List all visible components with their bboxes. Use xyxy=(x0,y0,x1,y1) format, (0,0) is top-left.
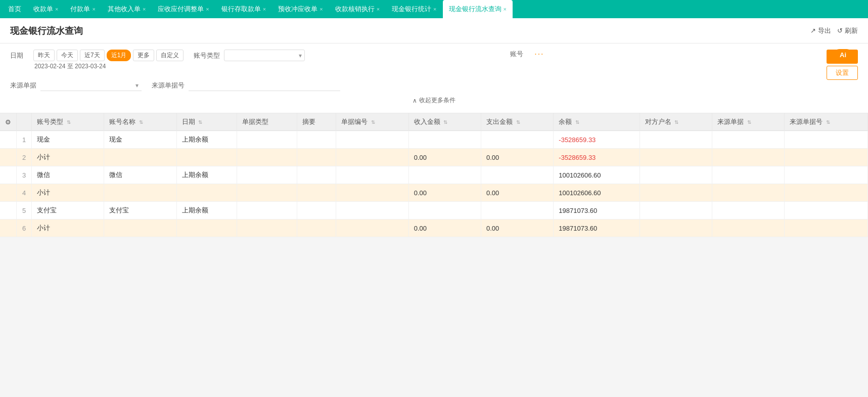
cell-account-name xyxy=(104,184,176,202)
close-tab-bank-withdraw[interactable]: × xyxy=(263,6,266,12)
cell-counterparty xyxy=(639,219,712,237)
table-body: 1现金现金上期余额-3528659.332小计0.000.00-3528659.… xyxy=(0,131,868,237)
date-btn-custom[interactable]: 自定义 xyxy=(156,50,184,61)
table-container: ⚙ 账号类型 ⇅ 账号名称 ⇅ 日期 ⇅ 单据类型 摘要 xyxy=(0,113,868,237)
cell-gear xyxy=(0,184,17,202)
cell-account-type: 小计 xyxy=(32,184,104,202)
source-doc-num-input[interactable] xyxy=(189,80,340,91)
col-source-doc[interactable]: 来源单据 ⇅ xyxy=(712,113,785,131)
account-type-label: 账号类型 xyxy=(194,51,220,60)
date-btn-1month[interactable]: 近1月 xyxy=(107,50,131,61)
col-source-doc-num[interactable]: 来源单据号 ⇅ xyxy=(785,113,868,131)
close-tab-advance-offset[interactable]: × xyxy=(319,6,323,12)
cell-income xyxy=(408,202,481,219)
cell-income: 0.00 xyxy=(408,219,481,237)
nav-home[interactable]: 首页 xyxy=(2,0,27,18)
close-tab-writeoff[interactable]: × xyxy=(377,6,380,12)
nav-tab-writeoff[interactable]: 收款核销执行 × xyxy=(329,0,386,18)
cell-doc-number xyxy=(336,184,408,202)
source-doc-num-label: 来源单据号 xyxy=(152,81,185,90)
date-btn-7days[interactable]: 近7天 xyxy=(80,50,105,61)
cell-counterparty xyxy=(639,149,712,166)
account-dots[interactable]: ··· xyxy=(534,50,544,59)
col-counterparty[interactable]: 对方户名 ⇅ xyxy=(639,113,712,131)
cell-doc-type xyxy=(237,184,297,202)
cell-idx: 6 xyxy=(17,219,32,237)
close-tab-cash-flow[interactable]: × xyxy=(504,6,507,12)
cell-income: 0.00 xyxy=(408,184,481,202)
refresh-button[interactable]: ↺ 刷新 xyxy=(837,26,858,35)
nav-tab-advance-offset[interactable]: 预收冲应收单 × xyxy=(272,0,329,18)
cell-balance: 19871073.60 xyxy=(554,202,639,219)
sort-icon-doc-number: ⇅ xyxy=(371,119,375,125)
close-tab-receipts[interactable]: × xyxy=(55,6,58,12)
table-header-row: ⚙ 账号类型 ⇅ 账号名称 ⇅ 日期 ⇅ 单据类型 摘要 xyxy=(0,113,868,131)
account-type-block: 账号类型 xyxy=(194,50,500,61)
nav-tab-payments[interactable]: 付款单 × xyxy=(64,0,101,18)
col-account-name[interactable]: 账号名称 ⇅ xyxy=(104,113,176,131)
cell-expense xyxy=(481,166,554,184)
col-expense[interactable]: 支出金额 ⇅ xyxy=(481,113,554,131)
cell-date xyxy=(176,184,237,202)
cell-account-type: 支付宝 xyxy=(32,202,104,219)
cell-balance: -3528659.33 xyxy=(554,131,639,149)
header-actions: ↗ 导出 ↺ 刷新 xyxy=(810,26,858,35)
nav-tab-cash-stats[interactable]: 现金银行统计 × xyxy=(386,0,442,18)
cell-counterparty xyxy=(639,202,712,219)
cell-date: 上期余额 xyxy=(176,166,237,184)
nav-tab-other-income[interactable]: 其他收入单 × xyxy=(102,0,152,18)
col-doc-number[interactable]: 单据编号 ⇅ xyxy=(336,113,408,131)
sort-icon-counterparty: ⇅ xyxy=(674,119,678,125)
cell-expense: 0.00 xyxy=(481,219,554,237)
close-tab-adjustment[interactable]: × xyxy=(206,6,209,12)
cell-date: 上期余额 xyxy=(176,202,237,219)
account-type-select[interactable] xyxy=(224,50,305,61)
cell-balance: -3528659.33 xyxy=(554,149,639,166)
account-label: 账号 xyxy=(510,50,530,59)
chevron-up-icon: ∧ xyxy=(413,97,417,104)
cell-balance: 100102606.60 xyxy=(554,184,639,202)
cell-account-name: 微信 xyxy=(104,166,176,184)
cell-summary xyxy=(297,202,336,219)
settings-button[interactable]: 设置 xyxy=(827,66,858,80)
cell-source-doc-num xyxy=(785,166,868,184)
cell-balance: 19871073.60 xyxy=(554,219,639,237)
ai-badge[interactable]: Ai xyxy=(834,49,852,61)
cell-gear xyxy=(0,219,17,237)
cell-expense: 0.00 xyxy=(481,184,554,202)
cell-account-name: 支付宝 xyxy=(104,202,176,219)
source-doc-block: 来源单据 xyxy=(10,80,142,91)
date-btn-more[interactable]: 更多 xyxy=(133,50,154,61)
date-btn-today[interactable]: 今天 xyxy=(57,50,78,61)
cell-idx: 1 xyxy=(17,131,32,149)
cell-account-type: 小计 xyxy=(32,219,104,237)
date-range-display: 2023-02-24 至 2023-03-24 xyxy=(34,63,106,70)
data-table: ⚙ 账号类型 ⇅ 账号名称 ⇅ 日期 ⇅ 单据类型 摘要 xyxy=(0,113,868,237)
nav-tab-receipts[interactable]: 收款单 × xyxy=(27,0,64,18)
cell-source-doc-num xyxy=(785,219,868,237)
collapse-bar[interactable]: ∧ 收起更多条件 xyxy=(10,94,858,107)
source-doc-label: 来源单据 xyxy=(10,81,36,90)
close-tab-other-income[interactable]: × xyxy=(143,6,146,12)
cell-income: 0.00 xyxy=(408,149,481,166)
source-doc-input[interactable] xyxy=(40,80,142,91)
date-btn-yesterday[interactable]: 昨天 xyxy=(33,50,55,61)
col-gear[interactable]: ⚙ xyxy=(0,113,17,131)
date-label: 日期 xyxy=(10,51,30,60)
col-income[interactable]: 收入金额 ⇅ xyxy=(408,113,481,131)
close-tab-cash-stats[interactable]: × xyxy=(433,6,436,12)
sort-icon-income: ⇅ xyxy=(443,119,447,125)
export-button[interactable]: ↗ 导出 xyxy=(810,26,831,35)
date-top: 日期 昨天 今天 近7天 近1月 更多 自定义 xyxy=(10,50,184,61)
col-balance[interactable]: 余额 ⇅ xyxy=(554,113,639,131)
close-tab-payments[interactable]: × xyxy=(92,6,95,12)
col-account-type[interactable]: 账号类型 ⇅ xyxy=(32,113,104,131)
export-icon: ↗ xyxy=(810,27,816,34)
cell-balance: 100102606.60 xyxy=(554,166,639,184)
cell-counterparty xyxy=(639,166,712,184)
col-date[interactable]: 日期 ⇅ xyxy=(176,113,237,131)
nav-tab-bank-withdraw[interactable]: 银行存取款单 × xyxy=(215,0,272,18)
nav-tab-adjustment[interactable]: 应收应付调整单 × xyxy=(152,0,215,18)
nav-tab-cash-flow[interactable]: 现金银行流水查询 × xyxy=(443,0,513,18)
cell-source-doc xyxy=(712,184,785,202)
